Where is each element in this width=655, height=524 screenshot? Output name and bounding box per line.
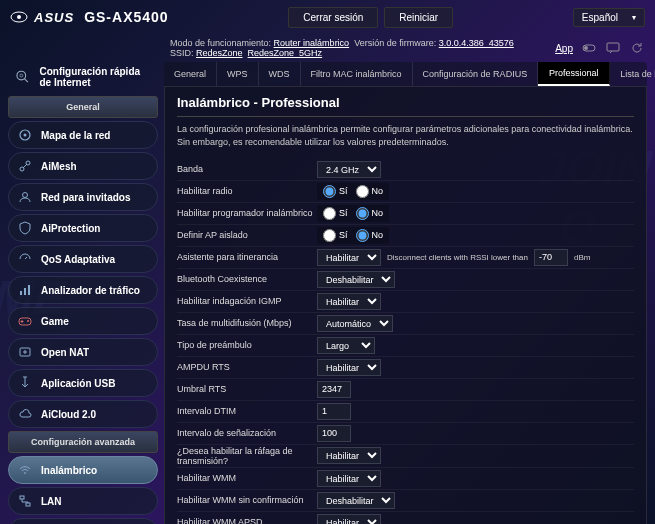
txburst-select[interactable]: Habilitar [317,447,381,464]
wmmnoack-select[interactable]: Deshabilitar [317,492,395,509]
language-selector[interactable]: Español [573,8,645,27]
ssid2-link[interactable]: RedesZone_5GHz [248,48,323,58]
mode-link[interactable]: Router inalámbrico [274,38,350,48]
dtim-label: Intervalo DTIM [177,406,317,416]
sidebar: Configuración rápida de Internet General… [8,62,158,524]
sidebar-item-aicloud-2.0[interactable]: AiCloud 2.0 [8,400,158,428]
fw-link[interactable]: 3.0.0.4.386_43576 [439,38,514,48]
panel-title: Inalámbrico - Professional [177,95,634,117]
logout-button[interactable]: Cerrar sesión [288,7,378,28]
sched-no[interactable] [356,207,369,220]
wmmnoack-label: Habilitar WMM sin confirmación [177,495,317,505]
band-select[interactable]: 2.4 GHz [317,161,381,178]
feedback-icon[interactable] [605,40,621,56]
sidebar-item-qos-adaptativa[interactable]: QoS Adaptativa [8,245,158,273]
beacon-input[interactable] [317,425,351,442]
roaming-select[interactable]: Habilitar [317,249,381,266]
tab-wds[interactable]: WDS [259,62,301,86]
gear-magnify-icon [14,65,31,89]
btcoex-label: Bluetooth Coexistence [177,274,317,284]
mcast-select[interactable]: Automático [317,315,393,332]
sidebar-item-label: QoS Adaptativa [41,254,115,265]
app-link[interactable]: App [555,43,573,54]
rts-input[interactable] [317,381,351,398]
enable-radio-no[interactable] [356,185,369,198]
sidebar-item-wan[interactable]: WAN [8,518,158,524]
ampdurts-select[interactable]: Habilitar [317,359,381,376]
mode-label: Modo de funcionamiento: [170,38,271,48]
preamble-label: Tipo de preámbulo [177,340,317,350]
sidebar-item-game[interactable]: Game [8,307,158,335]
svg-rect-19 [26,503,30,506]
sidebar-item-lan[interactable]: LAN [8,487,158,515]
igmp-select[interactable]: Habilitar [317,293,381,310]
usb-icon [17,375,33,391]
sched-yes[interactable] [323,207,336,220]
svg-rect-13 [24,288,26,295]
sched-label: Habilitar programador inalámbrico [177,208,317,218]
sidebar-item-red-para-invitados[interactable]: Red para invitados [8,183,158,211]
sidebar-item-label: Inalámbrico [41,465,97,476]
tab-configuración-de-radius[interactable]: Configuración de RADIUS [413,62,539,86]
tab-wps[interactable]: WPS [217,62,259,86]
enable-radio-yes[interactable] [323,185,336,198]
tab-general[interactable]: General [164,62,217,86]
isolated-no[interactable] [356,229,369,242]
sidebar-item-analizador-de-tráfico[interactable]: Analizador de tráfico [8,276,158,304]
sidebar-item-aplicación-usb[interactable]: Aplicación USB [8,369,158,397]
roaming-rssi-input[interactable] [534,249,568,266]
tab-professional[interactable]: Professional [538,62,610,86]
svg-rect-4 [607,43,619,51]
shield-icon [17,220,33,236]
nat-icon [17,344,33,360]
sidebar-item-open-nat[interactable]: Open NAT [8,338,158,366]
map-icon [17,127,33,143]
lan-icon [17,493,33,509]
sidebar-header-general: General [8,96,158,118]
wmmapsd-select[interactable]: Habilitar [317,514,381,524]
rts-label: Umbral RTS [177,384,317,394]
info-bar: Modo de funcionamiento: Router inalámbri… [0,34,655,62]
cloud-icon [17,406,33,422]
isolated-yes[interactable] [323,229,336,242]
wmm-select[interactable]: Habilitar [317,470,381,487]
sidebar-item-aiprotection[interactable]: AiProtection [8,214,158,242]
svg-rect-12 [20,291,22,295]
txburst-label: ¿Desea habilitar la ráfaga de transmisió… [177,446,317,466]
sidebar-item-label: Open NAT [41,347,89,358]
quick-setup-button[interactable]: Configuración rápida de Internet [8,62,158,92]
enable-radio-group: SíNo [317,183,389,200]
tabs: GeneralWPSWDSFiltro MAC inalámbricoConfi… [164,62,647,86]
sidebar-item-label: AiProtection [41,223,100,234]
fw-label: Versión de firmware: [354,38,436,48]
mcast-label: Tasa de multidifusión (Mbps) [177,318,317,328]
btcoex-select[interactable]: Deshabilitar [317,271,395,288]
ssid1-link[interactable]: RedesZone [196,48,243,58]
panel-desc: La configuración profesional inalámbrica… [177,123,634,148]
game-icon [17,313,33,329]
reboot-button[interactable]: Reiniciar [384,7,453,28]
roaming-unit: dBm [574,253,590,262]
brand-text: ASUS [34,10,74,25]
isolated-label: Definir AP aislado [177,230,317,240]
wmmapsd-label: Habilitar WMM APSD [177,517,317,524]
sidebar-item-label: Game [41,316,69,327]
sidebar-header-advanced: Configuración avanzada [8,431,158,453]
refresh-icon[interactable] [629,40,645,56]
sidebar-item-aimesh[interactable]: AiMesh [8,152,158,180]
dtim-input[interactable] [317,403,351,420]
ampdurts-label: AMPDU RTS [177,362,317,372]
beacon-label: Intervalo de señalización [177,428,317,438]
sidebar-item-label: Aplicación USB [41,378,115,389]
sidebar-item-mapa-de-la-red[interactable]: Mapa de la red [8,121,158,149]
isolated-group: SíNo [317,227,389,244]
tab-filtro-mac-inalámbrico[interactable]: Filtro MAC inalámbrico [301,62,413,86]
roaming-hint: Disconnect clients with RSSI lower than [387,253,528,262]
sidebar-item-label: AiCloud 2.0 [41,409,96,420]
svg-rect-14 [28,285,30,295]
sidebar-item-inalámbrico[interactable]: Inalámbrico [8,456,158,484]
tab-lista-de-bloqueo-de-itinerancia[interactable]: Lista de bloqueo de itinerancia [610,62,655,86]
preamble-select[interactable]: Largo [317,337,375,354]
sidebar-item-label: LAN [41,496,62,507]
toggle-icon[interactable] [581,40,597,56]
